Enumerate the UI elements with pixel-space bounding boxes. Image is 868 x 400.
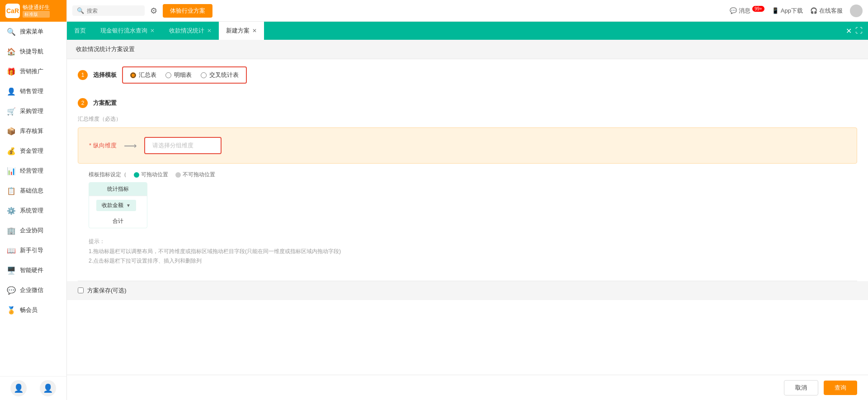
radio-summary[interactable]: 汇总表: [130, 71, 156, 79]
tab-maximize-icon[interactable]: ⛶: [855, 27, 863, 35]
settings-icon[interactable]: ⚙: [150, 6, 157, 16]
user-icon: 👤: [7, 87, 15, 95]
sidebar-item-sales[interactable]: 👤 销售管理: [0, 81, 66, 101]
dimension-row: * 纵向维度 ⟶ 请选择分组维度: [89, 137, 846, 154]
tab-close-receipts-stat[interactable]: ✕: [207, 28, 212, 34]
step1-label: 选择模板: [93, 71, 117, 79]
search-icon-topbar: 🔍: [77, 7, 84, 14]
draggable-label: 可拖动位置: [141, 171, 168, 179]
tab-new-plan[interactable]: 新建方案 ✕: [219, 22, 264, 40]
sidebar-item-label: 智能硬件: [20, 266, 43, 274]
money-icon: 💰: [7, 147, 15, 155]
cancel-button[interactable]: 取消: [784, 380, 818, 395]
tab-home-label: 首页: [74, 27, 86, 35]
step2-badge: 2: [78, 98, 88, 108]
metrics-table-header: 统计指标: [89, 183, 147, 196]
tips-title: 提示：: [89, 238, 105, 245]
sidebar-item-label: 搜索菜单: [20, 28, 43, 36]
sidebar-item-quick-nav[interactable]: 🏠 快捷导航: [0, 42, 66, 61]
sidebar-item-hardware[interactable]: 🖥️ 智能硬件: [0, 260, 66, 280]
step2-row: 2 方案配置: [78, 98, 857, 108]
metrics-table-tag-row: 收款金额 ▼: [89, 196, 147, 215]
sidebar-item-marketing[interactable]: 🎁 营销推广: [0, 61, 66, 81]
draggable-dot: [134, 172, 139, 178]
metrics-tag-label: 收款金额: [102, 202, 123, 209]
sidebar: CaR 畅捷通好生 标准版 🔍 搜索菜单 🏠 快捷导航 🎁 营销推广 👤 销售管…: [0, 0, 67, 400]
user-avatar[interactable]: [850, 5, 863, 17]
save-plan-checkbox[interactable]: [78, 287, 84, 293]
sidebar-item-inventory[interactable]: 📦 库存核算: [0, 121, 66, 141]
content-area: 收款情况统计方案设置 1 选择模板 汇总表 明细表: [67, 40, 868, 375]
topbar-search-wrapper[interactable]: 🔍: [72, 5, 145, 16]
medal-icon: 🏅: [7, 306, 15, 314]
dimension-arrow-icon: ⟶: [124, 140, 137, 151]
tab-home[interactable]: 首页: [67, 22, 93, 40]
radio-detail-input[interactable]: [165, 72, 171, 78]
draggable-indicator: 可拖动位置: [134, 171, 168, 179]
tab-close-new-plan[interactable]: ✕: [252, 28, 257, 34]
sidebar-item-system[interactable]: ⚙️ 系统管理: [0, 201, 66, 221]
trial-btn[interactable]: 体验行业方案: [163, 4, 212, 18]
metrics-title: 模板指标设定（: [89, 171, 127, 179]
step2-section: 2 方案配置 汇总维度（必选） * 纵向维度 ⟶ 请选择分组维度 模板指标设定（: [67, 98, 868, 281]
sidebar-item-member[interactable]: 🏅 畅会员: [0, 300, 66, 320]
step1-badge: 1: [78, 70, 88, 80]
sidebar-item-label: 新手引导: [20, 246, 43, 254]
sidebar-bottom: 👤 👤: [0, 376, 66, 400]
step2-label: 方案配置: [93, 99, 117, 107]
tabbar: 首页 现金银行流水查询 ✕ 收款情况统计 ✕ 新建方案 ✕ ✕ ⛶: [67, 22, 868, 40]
gift-icon: 🎁: [7, 67, 15, 75]
doc-icon: 📋: [7, 187, 15, 195]
step1-section: 1 选择模板 汇总表 明细表 交叉统计表: [67, 59, 868, 98]
radio-cross[interactable]: 交叉统计表: [201, 71, 239, 79]
topbar-right: 💬 消息 99+ 📱 App下载 🎧 在线客服: [730, 5, 863, 17]
home-icon: 🏠: [7, 47, 15, 56]
metrics-tag-amount[interactable]: 收款金额 ▼: [96, 200, 136, 211]
chat-icon: 💬: [7, 286, 15, 294]
sidebar-item-label: 基础信息: [20, 187, 43, 195]
query-button[interactable]: 查询: [824, 381, 857, 395]
tips-item-1: 1.拖动标题栏可以调整布局，不可跨维度或指标区域拖动栏目字段(只能在同一维度或指…: [89, 248, 341, 254]
tab-bank-flow[interactable]: 现金银行流水查询 ✕: [93, 22, 162, 40]
tab-close-bank-flow[interactable]: ✕: [150, 28, 155, 34]
service-item[interactable]: 🎧 在线客服: [810, 7, 843, 15]
book-icon: 📖: [7, 246, 15, 254]
message-item[interactable]: 💬 消息 99+: [730, 7, 764, 15]
sidebar-item-label: 采购管理: [20, 107, 43, 115]
sidebar-item-purchase[interactable]: 🛒 采购管理: [0, 101, 66, 121]
dimension-title: 汇总维度（必选）: [78, 115, 857, 123]
tab-new-plan-label: 新建方案: [226, 27, 250, 35]
save-plan-label: 方案保存(可选): [87, 287, 127, 295]
radio-summary-input[interactable]: [130, 72, 136, 78]
sidebar-item-search[interactable]: 🔍 搜索菜单: [0, 22, 66, 42]
radio-summary-label: 汇总表: [139, 71, 156, 79]
sidebar-item-label: 企业微信: [20, 286, 43, 294]
message-icon: 💬: [730, 7, 737, 14]
radio-cross-input[interactable]: [201, 72, 207, 78]
radio-detail[interactable]: 明细表: [165, 71, 192, 79]
non-draggable-dot: [175, 172, 181, 178]
non-draggable-indicator: 不可拖动位置: [175, 171, 215, 179]
sidebar-item-operation[interactable]: 📊 经营管理: [0, 161, 66, 181]
template-options-box: 汇总表 明细表 交叉统计表: [122, 66, 247, 84]
sidebar-logo: CaR 畅捷通好生 标准版: [0, 0, 66, 22]
sidebar-item-basic-info[interactable]: 📋 基础信息: [0, 181, 66, 201]
sidebar-avatar-2[interactable]: 👤: [40, 380, 56, 396]
sidebar-item-label: 快捷导航: [20, 47, 43, 56]
download-item[interactable]: 📱 App下载: [772, 7, 803, 15]
metrics-label-row: 模板指标设定（ 可拖动位置 不可拖动位置: [89, 171, 846, 179]
sidebar-item-enterprise[interactable]: 🏢 企业协同: [0, 221, 66, 240]
chart-icon: 📊: [7, 167, 15, 175]
sidebar-item-weixin[interactable]: 💬 企业微信: [0, 280, 66, 300]
dimension-select[interactable]: 请选择分组维度: [144, 137, 222, 154]
logo-title: 畅捷通好生: [23, 4, 50, 11]
sidebar-avatar-1[interactable]: 👤: [10, 380, 27, 396]
search-input[interactable]: [87, 8, 132, 14]
sidebar-item-guide[interactable]: 📖 新手引导: [0, 240, 66, 260]
cart-icon: 🛒: [7, 107, 15, 115]
tab-minimize-icon[interactable]: ✕: [846, 27, 852, 35]
vertical-dimension-label: * 纵向维度: [89, 141, 117, 150]
sidebar-item-label: 畅会员: [20, 306, 38, 314]
tab-receipts-stat[interactable]: 收款情况统计 ✕: [162, 22, 219, 40]
sidebar-item-capital[interactable]: 💰 资金管理: [0, 141, 66, 161]
